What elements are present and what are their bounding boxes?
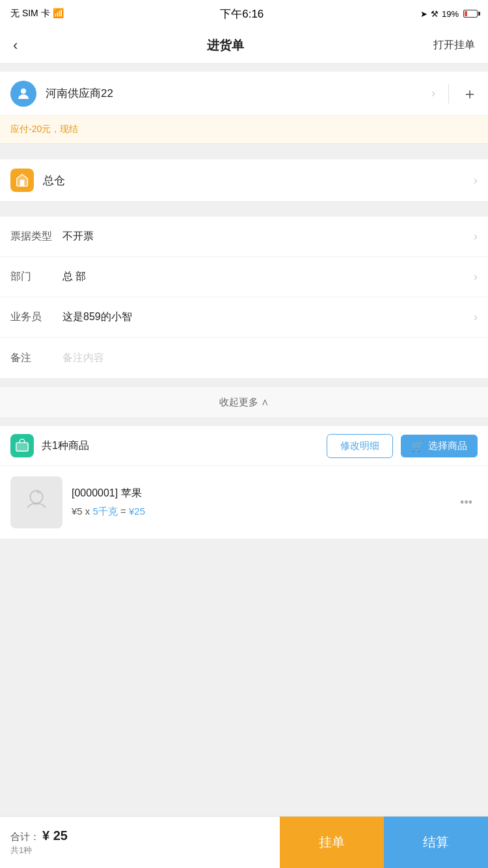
warehouse-row[interactable]: 总仓 › xyxy=(0,159,488,201)
supplier-divider xyxy=(448,84,449,103)
supplier-name: 河南供应商22 xyxy=(46,86,431,101)
back-button[interactable]: ‹ xyxy=(13,37,18,54)
remark-placeholder: 备注内容 xyxy=(62,351,478,365)
salesperson-chevron-icon: › xyxy=(474,310,478,324)
product-code: [0000001] xyxy=(72,487,121,498)
product-name: [0000001] 苹果 xyxy=(72,487,446,500)
select-product-label: 选择商品 xyxy=(428,440,467,452)
nav-bar: ‹ 进货单 打开挂单 xyxy=(0,27,488,64)
status-time: 下午6:16 xyxy=(220,7,264,21)
svg-rect-1 xyxy=(16,442,28,451)
product-header: 共1种商品 修改明细 🛒 选择商品 xyxy=(0,426,488,465)
salesperson-label: 业务员 xyxy=(10,310,62,324)
invoice-type-chevron-icon: › xyxy=(474,230,478,243)
remark-label: 备注 xyxy=(10,351,62,365)
collapse-text: 收起更多 ∧ xyxy=(219,396,269,409)
product-header-icon xyxy=(10,434,34,457)
supplier-row[interactable]: 河南供应商22 › ＋ xyxy=(0,72,488,116)
product-price: ¥5 x 5千克 = ¥25 xyxy=(72,506,446,518)
product-count-text: 共1种商品 xyxy=(42,439,319,453)
status-bar: 无 SIM 卡 📶 下午6:16 ➤ ⚒ 19% xyxy=(0,0,488,27)
product-thumbnail xyxy=(10,476,62,528)
department-value: 总 部 xyxy=(62,270,474,284)
invoice-type-label: 票据类型 xyxy=(10,230,62,243)
invoice-type-row[interactable]: 票据类型 不开票 › xyxy=(0,217,488,257)
cart-icon: 🛒 xyxy=(411,440,424,452)
invoice-type-value: 不开票 xyxy=(62,230,474,243)
gap1 xyxy=(0,64,488,72)
product-item: [0000001] 苹果 ¥5 x 5千克 = ¥25 ••• xyxy=(0,466,488,539)
warehouse-chevron-icon: › xyxy=(474,174,478,187)
total-label: 合计： xyxy=(10,831,40,843)
battery-percent: 19% xyxy=(442,9,459,19)
battery-fill xyxy=(465,11,467,16)
alarm-icon: ⚒ xyxy=(431,9,439,19)
battery-icon xyxy=(463,10,478,18)
svg-point-2 xyxy=(30,491,42,503)
gap3 xyxy=(0,201,488,209)
supplier-add-button[interactable]: ＋ xyxy=(462,83,478,104)
total-count: 共1种 xyxy=(10,845,269,856)
collapse-bar[interactable]: 收起更多 ∧ xyxy=(0,386,488,418)
department-row[interactable]: 部门 总 部 › xyxy=(0,257,488,297)
svg-point-0 xyxy=(21,88,26,94)
modify-detail-button[interactable]: 修改明细 xyxy=(327,434,393,458)
price-eq: = xyxy=(120,506,129,517)
price-qty: 5千克 xyxy=(93,506,118,517)
supplier-avatar xyxy=(10,81,36,107)
product-title: 苹果 xyxy=(121,487,142,498)
open-hang-button[interactable]: 打开挂单 xyxy=(433,38,475,52)
product-info: [0000001] 苹果 ¥5 x 5千克 = ¥25 xyxy=(72,487,446,518)
checkout-button[interactable]: 结算 xyxy=(384,817,488,868)
location-icon: ➤ xyxy=(420,9,427,19)
bottom-bar: 合计： ¥ 25 共1种 挂单 结算 xyxy=(0,816,488,868)
gap2 xyxy=(0,144,488,152)
warehouse-name: 总仓 xyxy=(43,173,474,188)
page-title: 进货单 xyxy=(207,37,244,54)
bottom-spacer xyxy=(0,539,488,597)
total-amount: ¥ 25 xyxy=(42,828,68,843)
price-total: ¥25 xyxy=(129,506,145,517)
select-product-button[interactable]: 🛒 选择商品 xyxy=(401,435,478,457)
warehouse-icon xyxy=(10,169,34,192)
department-label: 部门 xyxy=(10,270,62,284)
warning-text: 应付-20元，现结 xyxy=(10,124,78,134)
salesperson-value: 这是859的小智 xyxy=(62,310,474,324)
department-chevron-icon: › xyxy=(474,270,478,284)
form-section: 票据类型 不开票 › 部门 总 部 › 业务员 这是859的小智 › 备注 备注… xyxy=(0,217,488,378)
supplier-chevron-icon: › xyxy=(431,87,435,100)
status-left: 无 SIM 卡 📶 xyxy=(10,8,64,20)
product-more-button[interactable]: ••• xyxy=(455,491,478,515)
salesperson-row[interactable]: 业务员 这是859的小智 › xyxy=(0,297,488,338)
remark-row[interactable]: 备注 备注内容 xyxy=(0,338,488,378)
total-section: 合计： ¥ 25 共1种 xyxy=(0,817,280,868)
hang-button[interactable]: 挂单 xyxy=(280,817,384,868)
status-right: ➤ ⚒ 19% xyxy=(420,9,478,19)
price-base: ¥5 x xyxy=(72,506,93,517)
warning-bar: 应付-20元，现结 xyxy=(0,116,488,144)
